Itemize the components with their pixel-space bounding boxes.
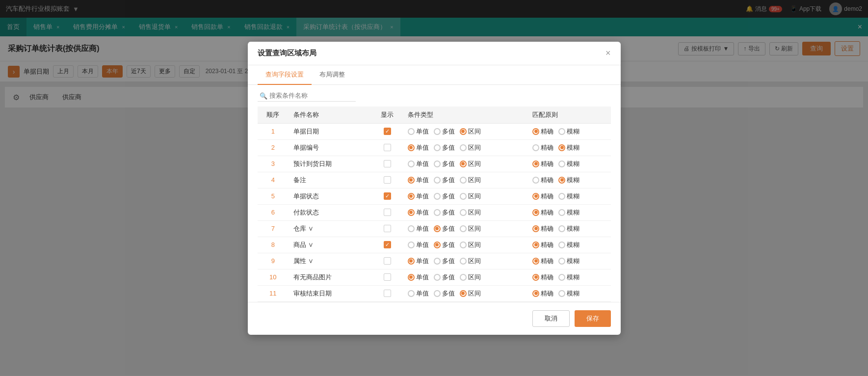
radio-type-单值[interactable]: 单值 <box>408 208 429 217</box>
radio-type-单值[interactable]: 单值 <box>408 273 429 282</box>
save-button[interactable]: 保存 <box>575 310 611 327</box>
radio-type-区间[interactable]: 区间 <box>460 289 481 298</box>
row-display-checkbox[interactable] <box>371 188 403 204</box>
radio-circle <box>532 128 539 135</box>
radio-type-多值[interactable]: 多值 <box>434 160 455 168</box>
radio-type-单值[interactable]: 单值 <box>408 176 429 185</box>
radio-match-精确[interactable]: 精确 <box>532 241 553 249</box>
checkbox-display[interactable] <box>384 225 391 232</box>
checkbox-display[interactable] <box>384 192 391 200</box>
row-display-checkbox[interactable] <box>371 123 403 139</box>
radio-circle <box>434 144 441 151</box>
radio-circle <box>434 225 441 232</box>
radio-type-区间[interactable]: 区间 <box>460 241 481 249</box>
radio-circle <box>434 242 441 248</box>
radio-match-模糊[interactable]: 模糊 <box>558 289 579 298</box>
radio-match-精确[interactable]: 精确 <box>532 257 553 266</box>
radio-circle <box>558 128 565 135</box>
tab-layout-adjust[interactable]: 布局调整 <box>312 65 353 85</box>
row-type-radios: 单值多值区间 <box>403 253 527 269</box>
radio-type-多值[interactable]: 多值 <box>434 208 455 217</box>
radio-match-精确[interactable]: 精确 <box>532 160 553 168</box>
radio-type-区间[interactable]: 区间 <box>460 208 481 217</box>
radio-match-模糊[interactable]: 模糊 <box>558 257 579 266</box>
radio-circle <box>558 225 565 232</box>
table-row: 8商品 ∨单值多值区间精确模糊 <box>258 237 611 253</box>
checkbox-display[interactable] <box>384 241 391 248</box>
row-display-checkbox[interactable] <box>371 139 403 156</box>
radio-type-区间[interactable]: 区间 <box>460 273 481 282</box>
radio-match-模糊[interactable]: 模糊 <box>558 143 579 152</box>
radio-type-多值[interactable]: 多值 <box>434 257 455 266</box>
checkbox-display[interactable] <box>384 128 391 135</box>
checkbox-display[interactable] <box>384 257 391 265</box>
radio-type-区间[interactable]: 区间 <box>460 257 481 266</box>
radio-type-单值[interactable]: 单值 <box>408 143 429 152</box>
row-display-checkbox[interactable] <box>371 172 403 188</box>
radio-type-区间[interactable]: 区间 <box>460 127 481 136</box>
radio-type-区间[interactable]: 区间 <box>460 143 481 152</box>
radio-match-精确[interactable]: 精确 <box>532 289 553 298</box>
radio-match-精确[interactable]: 精确 <box>532 208 553 217</box>
radio-match-精确[interactable]: 精确 <box>532 127 553 136</box>
row-display-checkbox[interactable] <box>371 220 403 237</box>
modal-footer: 取消 保存 <box>248 302 621 335</box>
radio-match-精确[interactable]: 精确 <box>532 224 553 233</box>
checkbox-display[interactable] <box>384 209 391 216</box>
table-row: 11审核结束日期单值多值区间精确模糊 <box>258 285 611 301</box>
radio-match-模糊[interactable]: 模糊 <box>558 241 579 249</box>
checkbox-display[interactable] <box>384 144 391 151</box>
radio-type-多值[interactable]: 多值 <box>434 192 455 201</box>
radio-match-模糊[interactable]: 模糊 <box>558 224 579 233</box>
radio-type-区间[interactable]: 区间 <box>460 176 481 185</box>
radio-match-模糊[interactable]: 模糊 <box>558 127 579 136</box>
radio-type-单值[interactable]: 单值 <box>408 192 429 201</box>
tab-query-fields[interactable]: 查询字段设置 <box>258 65 312 85</box>
radio-match-模糊[interactable]: 模糊 <box>558 160 579 168</box>
radio-type-多值[interactable]: 多值 <box>434 224 455 233</box>
checkbox-display[interactable] <box>384 176 391 184</box>
radio-match-模糊[interactable]: 模糊 <box>558 273 579 282</box>
radio-match-模糊[interactable]: 模糊 <box>558 208 579 217</box>
radio-circle <box>532 209 539 216</box>
radio-circle <box>460 242 467 248</box>
radio-match-精确[interactable]: 精确 <box>532 273 553 282</box>
row-display-checkbox[interactable] <box>371 269 403 285</box>
row-display-checkbox[interactable] <box>371 253 403 269</box>
radio-type-区间[interactable]: 区间 <box>460 192 481 201</box>
checkbox-display[interactable] <box>384 273 391 281</box>
radio-type-多值[interactable]: 多值 <box>434 289 455 298</box>
row-display-checkbox[interactable] <box>371 156 403 172</box>
modal-title: 设置查询区域布局 <box>258 49 316 58</box>
radio-type-多值[interactable]: 多值 <box>434 241 455 249</box>
radio-type-多值[interactable]: 多值 <box>434 143 455 152</box>
radio-type-单值[interactable]: 单值 <box>408 289 429 298</box>
radio-circle <box>408 274 415 281</box>
modal-close-button[interactable]: × <box>605 49 611 57</box>
radio-type-单值[interactable]: 单值 <box>408 257 429 266</box>
radio-type-单值[interactable]: 单值 <box>408 241 429 249</box>
radio-type-多值[interactable]: 多值 <box>434 127 455 136</box>
radio-type-区间[interactable]: 区间 <box>460 160 481 168</box>
radio-match-模糊[interactable]: 模糊 <box>558 176 579 185</box>
radio-type-单值[interactable]: 单值 <box>408 127 429 136</box>
checkbox-display[interactable] <box>384 160 391 167</box>
row-condition-name: 属性 ∨ <box>289 253 371 269</box>
radio-match-模糊[interactable]: 模糊 <box>558 192 579 201</box>
radio-circle <box>434 128 441 135</box>
radio-match-精确[interactable]: 精确 <box>532 176 553 185</box>
radio-type-多值[interactable]: 多值 <box>434 273 455 282</box>
radio-type-单值[interactable]: 单值 <box>408 224 429 233</box>
row-display-checkbox[interactable] <box>371 237 403 253</box>
radio-match-精确[interactable]: 精确 <box>532 143 553 152</box>
radio-match-精确[interactable]: 精确 <box>532 192 553 201</box>
condition-search-input[interactable] <box>258 90 356 102</box>
radio-type-多值[interactable]: 多值 <box>434 176 455 185</box>
row-display-checkbox[interactable] <box>371 204 403 220</box>
row-display-checkbox[interactable] <box>371 285 403 301</box>
radio-circle <box>434 258 441 265</box>
checkbox-display[interactable] <box>384 290 391 297</box>
radio-type-单值[interactable]: 单值 <box>408 160 429 168</box>
cancel-button[interactable]: 取消 <box>532 310 570 327</box>
radio-type-区间[interactable]: 区间 <box>460 224 481 233</box>
